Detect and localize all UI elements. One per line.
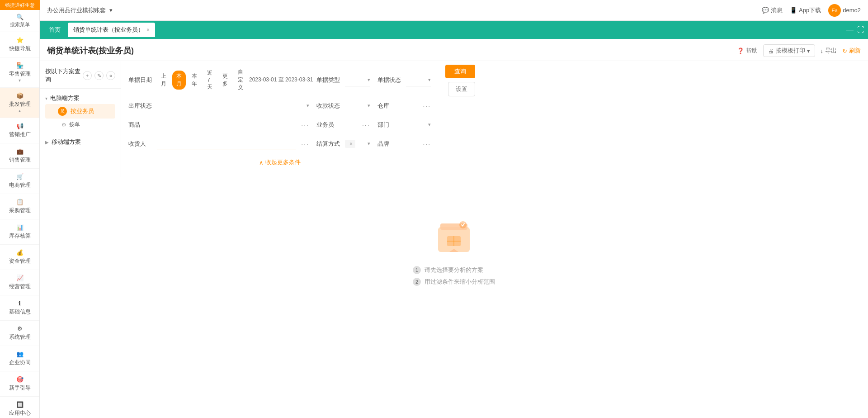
date-btn-more[interactable]: 更多 bbox=[218, 71, 232, 90]
scheme-sidebar: 按以下方案查询 + ✎ « bbox=[40, 61, 121, 177]
scheme-category-toggle[interactable]: ▾ 电脑端方案 bbox=[45, 92, 115, 104]
department-dropdown-icon: ▾ bbox=[428, 122, 431, 128]
export-icon: ↓ bbox=[821, 48, 824, 54]
main-area: 办公用品行业模拟账套 ▾ 💬 消息 📱 App下载 Ea demo2 首页 bbox=[40, 0, 868, 418]
out-status-select[interactable]: ▾ bbox=[157, 100, 309, 112]
app-download-button[interactable]: 📱 App下载 bbox=[790, 6, 821, 14]
date-btn-this-month[interactable]: 本月 bbox=[172, 71, 186, 90]
filter-item-warehouse: 仓库 ··· bbox=[377, 100, 431, 112]
filter-item-brand: 品牌 ··· bbox=[377, 138, 431, 150]
sidebar-item-guide[interactable]: 🎯 新手引导 bbox=[0, 371, 39, 397]
goods-select[interactable]: ··· bbox=[157, 119, 309, 131]
sidebar-item-inventory[interactable]: 📊 库存核算 bbox=[0, 219, 39, 245]
sidebar-item-marketing[interactable]: 📢 营销推广 bbox=[0, 118, 39, 143]
date-btn-last-month[interactable]: 上月 bbox=[157, 71, 170, 90]
empty-state-hints: 1 请先选择要分析的方案 2 用过滤条件来缩小分析范围 bbox=[413, 266, 495, 286]
date-controls: 上月 本月 本年 近7天 更多 自定义 2023-03-01 至 2023-03… bbox=[157, 66, 313, 93]
help-button[interactable]: ❓ 帮助 bbox=[737, 47, 758, 55]
content-with-sidebar: 按以下方案查询 + ✎ « bbox=[40, 61, 868, 177]
tab-close-icon[interactable]: × bbox=[146, 27, 150, 33]
tab-active[interactable]: 销货单统计表（按业务员） × bbox=[68, 23, 155, 37]
retail-icon: 🏪 bbox=[16, 62, 24, 69]
payment-status-select[interactable]: ▾ bbox=[345, 100, 370, 112]
sidebar-item-system[interactable]: ⚙ 系统管理 bbox=[0, 321, 39, 346]
export-button[interactable]: ↓ 导出 bbox=[821, 47, 837, 55]
sidebar-item-finance[interactable]: 💰 资金管理 bbox=[0, 245, 39, 270]
goods-dots-icon: ··· bbox=[301, 121, 309, 128]
search-icon: 🔍 bbox=[16, 14, 24, 20]
dropdown-arrow-icon: ▾ bbox=[109, 7, 113, 14]
scheme-add-button[interactable]: + bbox=[83, 71, 92, 80]
scheme-collapse-button[interactable]: « bbox=[106, 71, 115, 80]
sidebar-item-retail[interactable]: 🏪 零售管理 ▾ bbox=[0, 57, 39, 88]
scheme-item-icon: 员 bbox=[58, 107, 67, 116]
sub-item-icon: ⚙ bbox=[61, 122, 66, 128]
filter-row-3: 商品 ··· 业务员 ··· bbox=[128, 119, 431, 131]
brand-select[interactable]: ··· bbox=[406, 138, 431, 150]
settlement-select[interactable]: × ▾ bbox=[345, 138, 370, 150]
message-button[interactable]: 💬 消息 bbox=[762, 6, 783, 14]
sidebar: 畅捷通好生意 🔍 搜索菜单 ⭐ 快捷导航 🏪 零售管理 ▾ 📦 批发管理 ▴ 📢… bbox=[0, 0, 40, 418]
sidebar-search-label: 搜索菜单 bbox=[10, 21, 30, 28]
settlement-tag-close-icon[interactable]: × bbox=[349, 141, 353, 147]
sidebar-item-search[interactable]: 🔍 搜索菜单 bbox=[0, 10, 39, 32]
sidebar-item-quick-nav[interactable]: ⭐ 快捷导航 bbox=[0, 32, 39, 57]
settlement-label: 结算方式 bbox=[316, 140, 341, 148]
collapse-more-conditions-button[interactable]: ∧ 收起更多条件 bbox=[128, 157, 431, 172]
sidebar-item-ecommerce[interactable]: 🛒 电商管理 bbox=[0, 169, 39, 194]
doc-type-dropdown-icon: ▾ bbox=[368, 77, 370, 83]
brand-label: 品牌 bbox=[377, 140, 402, 148]
tab-maximize-icon[interactable]: ⛶ bbox=[857, 26, 864, 34]
wholesale-icon: 📦 bbox=[16, 92, 24, 99]
date-btn-custom[interactable]: 自定义 bbox=[234, 66, 247, 93]
top-header-right: 💬 消息 📱 App下载 Ea demo2 bbox=[762, 4, 861, 17]
purchase-icon: 📋 bbox=[16, 199, 24, 205]
top-header: 办公用品行业模拟账套 ▾ 💬 消息 📱 App下载 Ea demo2 bbox=[40, 0, 868, 21]
sidebar-item-basic-info[interactable]: ℹ 基础信息 bbox=[0, 295, 39, 321]
salesperson-select[interactable]: ··· bbox=[345, 119, 370, 131]
help-icon: ❓ bbox=[737, 48, 744, 54]
doc-type-select[interactable]: ▾ bbox=[345, 74, 370, 86]
scheme-edit-button[interactable]: ✎ bbox=[94, 71, 104, 80]
guide-icon: 🎯 bbox=[16, 376, 24, 383]
refresh-button[interactable]: ↻ 刷新 bbox=[842, 47, 861, 55]
marketing-icon: 📢 bbox=[16, 123, 24, 129]
scheme-item-salesperson[interactable]: 员 按业务员 bbox=[45, 104, 115, 119]
sidebar-item-sales[interactable]: 💼 销售管理 bbox=[0, 143, 39, 169]
consignee-input[interactable] bbox=[157, 138, 296, 149]
scheme-sub-item-order[interactable]: ⚙ 按单 bbox=[45, 119, 115, 131]
sidebar-item-wholesale[interactable]: 📦 批发管理 ▴ bbox=[0, 88, 39, 118]
sidebar-item-app-center[interactable]: 🔲 应用中心 bbox=[0, 397, 39, 418]
print-button[interactable]: 🖨 按模板打印 ▾ bbox=[763, 44, 815, 57]
tab-bar-actions: — ⛶ bbox=[846, 26, 864, 34]
settings-button[interactable]: 设置 bbox=[448, 82, 475, 96]
query-button[interactable]: 查询 bbox=[445, 65, 475, 78]
scheme-mobile-toggle[interactable]: ▶ 移动端方案 bbox=[45, 136, 115, 148]
user-profile-button[interactable]: Ea demo2 bbox=[828, 4, 861, 17]
date-btn-this-year[interactable]: 本年 bbox=[188, 71, 201, 90]
hint-1-text: 请先选择要分析的方案 bbox=[425, 266, 483, 274]
print-dropdown-icon: ▾ bbox=[807, 48, 810, 54]
app-logo: 畅捷通好生意 bbox=[0, 0, 40, 10]
doc-status-select[interactable]: ▾ bbox=[406, 74, 431, 86]
filter-item-doc-status: 单据状态 ▾ bbox=[377, 74, 431, 86]
tab-home[interactable]: 首页 bbox=[43, 23, 66, 37]
industry-selector[interactable]: 办公用品行业模拟账套 ▾ bbox=[47, 6, 113, 14]
date-btn-7days[interactable]: 近7天 bbox=[203, 67, 217, 93]
empty-hint-2: 2 用过滤条件来缩小分析范围 bbox=[413, 278, 495, 286]
settlement-dropdown-icon: ▾ bbox=[368, 141, 370, 147]
warehouse-select[interactable]: ··· bbox=[406, 100, 431, 112]
page-header-actions: ❓ 帮助 🖨 按模板打印 ▾ ↓ 导出 ↻ 刷新 bbox=[737, 44, 861, 57]
hint-2-text: 用过滤条件来缩小分析范围 bbox=[425, 278, 495, 286]
sidebar-item-operations[interactable]: 📈 经营管理 bbox=[0, 270, 39, 295]
info-icon: ℹ bbox=[19, 300, 21, 307]
tab-minimize-icon[interactable]: — bbox=[846, 26, 854, 34]
sidebar-item-enterprise[interactable]: 👥 企业协同 bbox=[0, 346, 39, 371]
gear-icon: ⚙ bbox=[17, 325, 23, 332]
inventory-icon: 📊 bbox=[16, 224, 24, 231]
warehouse-dots-icon: ··· bbox=[423, 102, 431, 109]
consignee-label: 收货人 bbox=[128, 140, 153, 148]
sidebar-item-purchase[interactable]: 📋 采购管理 bbox=[0, 194, 39, 219]
department-select[interactable]: ▾ bbox=[406, 119, 431, 131]
filter-item-goods: 商品 ··· bbox=[128, 119, 309, 131]
